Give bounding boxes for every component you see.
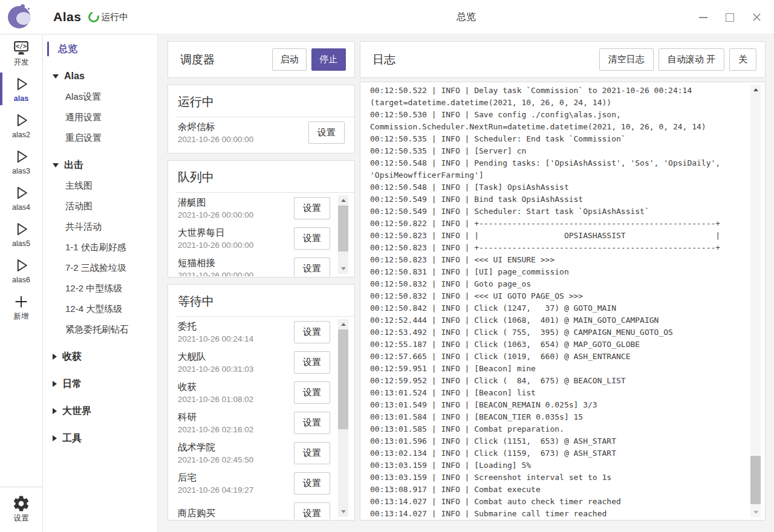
minimize-icon xyxy=(699,17,707,18)
waiting-scrollbar[interactable] xyxy=(338,319,348,517)
nav-item-Alas[interactable]: Alas xyxy=(43,66,157,86)
nav-item-12-2 中型练级[interactable]: 12-2 中型练级 xyxy=(43,278,157,299)
task-next-run-time: 2021-10-26 00:00:00 xyxy=(178,270,294,277)
nav-item-主线图[interactable]: 主线图 xyxy=(43,175,157,196)
pending-title: 队列中 xyxy=(168,161,354,192)
task-settings-button[interactable]: 设置 xyxy=(294,197,330,219)
rail-item-alas6[interactable]: alas6 xyxy=(0,253,42,289)
nav-item-大世界[interactable]: 大世界 xyxy=(43,401,157,421)
scroll-down-icon[interactable] xyxy=(750,507,761,517)
nav-item-紧急委托刷钻石[interactable]: 紧急委托刷钻石 xyxy=(43,319,157,340)
chevron-right-icon xyxy=(53,408,57,414)
nav-item-Alas设置[interactable]: Alas设置 xyxy=(43,86,157,107)
scroll-thumb[interactable] xyxy=(750,456,761,504)
task-info: 收获2021-10-26 01:08:02 xyxy=(178,380,294,405)
maximize-button[interactable] xyxy=(721,8,739,27)
nav-item-出击[interactable]: 出击 xyxy=(43,155,157,175)
task-settings-button[interactable]: 设置 xyxy=(294,351,330,374)
start-button[interactable]: 启动 xyxy=(272,48,307,71)
pending-scrollbar[interactable] xyxy=(338,195,348,274)
nav-item-日常[interactable]: 日常 xyxy=(43,374,157,394)
nav-menu: 总览AlasAlas设置通用设置重启设置出击主线图活动图共斗活动1-1 伏击刷好… xyxy=(43,35,158,532)
scroll-up-icon[interactable] xyxy=(750,85,761,95)
nav-item-通用设置[interactable]: 通用设置 xyxy=(43,107,157,128)
scroll-down-icon[interactable] xyxy=(338,264,348,274)
task-settings-button[interactable]: 设置 xyxy=(294,227,330,250)
maximize-icon xyxy=(726,13,734,22)
nav-item-label: 收获 xyxy=(62,351,82,363)
autoscroll-on-button[interactable]: 自动滚动 开 xyxy=(659,48,724,71)
window-controls xyxy=(694,0,766,34)
chevron-right-icon xyxy=(53,435,57,441)
play-icon xyxy=(12,75,30,93)
task-settings-button[interactable]: 设置 xyxy=(294,412,330,434)
nav-item-label: Alas设置 xyxy=(65,91,101,103)
nav-item-活动图[interactable]: 活动图 xyxy=(43,196,157,216)
nav-items: 总览AlasAlas设置通用设置重启设置出击主线图活动图共斗活动1-1 伏击刷好… xyxy=(43,39,157,449)
rail-item-settings[interactable]: 设置 xyxy=(0,491,42,527)
task-row: 大舰队2021-10-26 00:31:03设置 xyxy=(168,347,354,377)
task-info: 后宅2021-10-26 04:19:27 xyxy=(178,471,294,496)
waiting-panel: 等待中 委托2021-10-26 00:24:14设置大舰队2021-10-26… xyxy=(167,284,355,521)
scroll-down-icon[interactable] xyxy=(338,507,348,517)
task-next-run-time: 2021-10-26 00:00:00 xyxy=(178,210,294,221)
close-button[interactable] xyxy=(747,8,766,27)
plus-icon xyxy=(12,293,30,311)
rail-item-alas2[interactable]: alas2 xyxy=(0,108,42,144)
rail-item-alas[interactable]: alas xyxy=(0,71,42,108)
task-info: 战术学院2021-10-26 02:45:50 xyxy=(178,441,294,465)
minimize-button[interactable] xyxy=(694,8,712,27)
nav-item-工具[interactable]: 工具 xyxy=(43,428,157,449)
nav-item-label: 12-2 中型练级 xyxy=(65,283,122,294)
scroll-thumb[interactable] xyxy=(338,329,348,429)
stop-button[interactable]: 停止 xyxy=(311,48,346,71)
task-info: 大世界每日2021-10-26 00:00:00 xyxy=(178,226,294,251)
rail-item-add[interactable]: 新增 xyxy=(0,289,42,325)
nav-item-label: 重启设置 xyxy=(65,132,102,144)
rail-item-alas5[interactable]: alas5 xyxy=(0,216,42,253)
autoscroll-off-button[interactable]: 关 xyxy=(729,48,756,71)
nav-item-收获[interactable]: 收获 xyxy=(43,346,157,367)
scroll-thumb[interactable] xyxy=(338,206,348,251)
task-next-run-time: 2021-10-26 00:24:14 xyxy=(178,334,294,345)
pending-panel: 队列中 潜艇图2021-10-26 00:00:00设置大世界每日2021-10… xyxy=(167,160,355,277)
task-settings-button[interactable]: 设置 xyxy=(294,442,330,464)
task-settings-button[interactable]: 设置 xyxy=(294,502,330,520)
scroll-up-icon[interactable] xyxy=(338,319,348,329)
nav-item-label: 活动图 xyxy=(65,201,93,212)
scroll-up-icon[interactable] xyxy=(338,195,348,206)
task-name: 大舰队 xyxy=(178,350,294,363)
rail-item-label: alas2 xyxy=(12,131,30,140)
task-row: 委托2021-10-26 00:24:14设置 xyxy=(168,317,354,347)
task-settings-button[interactable]: 设置 xyxy=(294,472,330,495)
instance-rail: </>开发alasalas2alas3alas4alas5alas6新增 设置 xyxy=(0,35,43,532)
rail-item-alas3[interactable]: alas3 xyxy=(0,144,42,180)
task-name: 短猫相接 xyxy=(178,256,294,270)
scheduler-title: 调度器 xyxy=(180,52,215,68)
nav-item-12-4 大型练级[interactable]: 12-4 大型练级 xyxy=(43,299,157,319)
task-settings-button[interactable]: 设置 xyxy=(294,258,330,277)
rail-settings-slot: 设置 xyxy=(0,487,42,532)
nav-item-总览[interactable]: 总览 xyxy=(43,39,157,59)
nav-item-1-1 伏击刷好感[interactable]: 1-1 伏击刷好感 xyxy=(43,237,157,258)
task-info: 余烬信标2021-10-26 00:00:00 xyxy=(178,120,308,145)
pending-task-list: 潜艇图2021-10-26 00:00:00设置大世界每日2021-10-26 … xyxy=(168,193,354,276)
nav-item-共斗活动[interactable]: 共斗活动 xyxy=(43,216,157,237)
rail-item-alas4[interactable]: alas4 xyxy=(0,180,42,216)
close-icon xyxy=(752,13,761,22)
chevron-right-icon xyxy=(53,354,57,360)
rail-item-dev[interactable]: </>开发 xyxy=(0,35,42,71)
nav-item-重启设置[interactable]: 重启设置 xyxy=(43,128,157,148)
task-next-run-time: 2021-10-26 02:45:50 xyxy=(178,455,294,465)
task-settings-button[interactable]: 设置 xyxy=(294,321,330,343)
play-icon xyxy=(12,184,30,202)
task-settings-button[interactable]: 设置 xyxy=(294,381,330,404)
nav-item-7-2 三战捡垃圾[interactable]: 7-2 三战捡垃圾 xyxy=(43,258,157,278)
task-name: 后宅 xyxy=(178,471,294,484)
nav-item-label: 通用设置 xyxy=(65,112,102,123)
log-scrollbar[interactable] xyxy=(750,85,761,517)
clear-log-button[interactable]: 清空日志 xyxy=(599,48,654,71)
task-next-run-time: 2021-10-26 04:19:27 xyxy=(178,485,294,496)
task-settings-button[interactable]: 设置 xyxy=(308,122,345,144)
scheduler-status: 运行中 xyxy=(101,11,128,23)
